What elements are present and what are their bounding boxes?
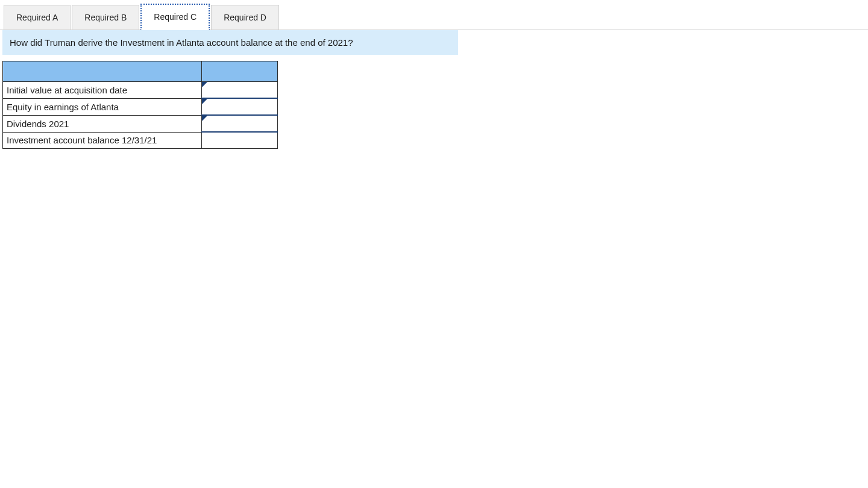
tab-required-a[interactable]: Required A [4,5,71,30]
value-input[interactable] [202,133,277,148]
table-header-row [3,61,278,82]
value-input[interactable] [202,116,277,131]
table-row: Equity in earnings of Atlanta [3,98,278,115]
header-value-col [202,61,278,82]
tab-bar: Required A Required B Required C Require… [0,0,868,30]
row-label: Investment account balance 12/31/21 [3,132,202,149]
row-label: Dividends 2021 [3,115,202,132]
tab-required-c[interactable]: Required C [140,4,210,30]
row-value-cell[interactable] [202,98,278,115]
row-label: Initial value at acquisition date [3,82,202,99]
value-input[interactable] [202,82,277,98]
row-value-cell[interactable] [202,115,278,132]
row-value-cell[interactable] [202,132,278,149]
tab-required-b[interactable]: Required B [72,5,139,30]
table-row: Initial value at acquisition date [3,82,278,99]
tab-required-d[interactable]: Required D [211,5,279,30]
table-row: Dividends 2021 [3,115,278,132]
question-text: How did Truman derive the Investment in … [2,30,458,55]
value-input[interactable] [202,99,277,114]
row-label: Equity in earnings of Atlanta [3,98,202,115]
answer-table: Initial value at acquisition date Equity… [2,61,278,149]
table-row: Investment account balance 12/31/21 [3,132,278,149]
row-value-cell[interactable] [202,82,278,99]
header-label-col [3,61,202,82]
